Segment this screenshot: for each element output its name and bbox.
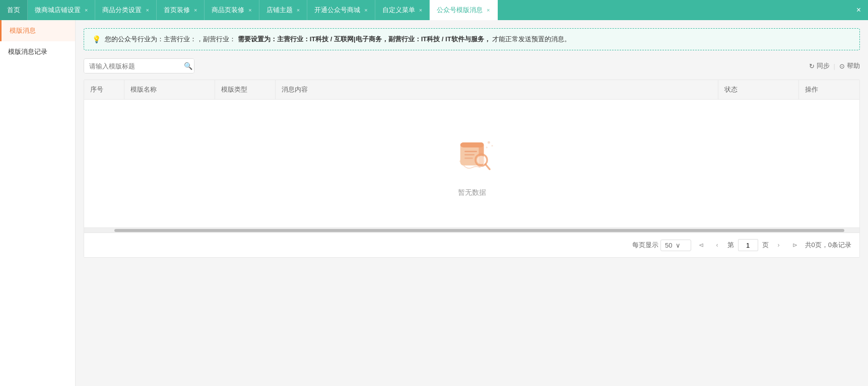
- col-status: 状态: [718, 80, 799, 99]
- page-label: 第: [727, 241, 734, 250]
- scrollbar-thumb[interactable]: [114, 229, 844, 232]
- nav-close-all-button[interactable]: ×: [849, 0, 868, 20]
- bulb-icon: 💡: [92, 35, 101, 43]
- nav-tab-shop-theme[interactable]: 店铺主题 ×: [259, 0, 307, 20]
- nav-tab-shop-settings-label: 微商城店铺设置: [35, 6, 81, 15]
- sidebar-item-template-msg[interactable]: 模版消息: [0, 20, 75, 41]
- nav-tab-home[interactable]: 首页: [0, 0, 28, 20]
- nav-tab-open-mall[interactable]: 开通公众号商城 ×: [307, 0, 375, 20]
- table-container: 序号 模版名称 模版类型 消息内容 状态 操作: [84, 80, 860, 258]
- empty-illustration: [447, 130, 497, 180]
- help-icon: ⊙: [839, 62, 845, 70]
- col-index: 序号: [84, 80, 124, 99]
- pagination: 每页显示 50 ∨ ⊲ ‹ 第 页 › ⊳ 共0页，0条记录: [84, 233, 859, 257]
- search-bar: 🔍 ↻ 同步 | ⊙ 帮助: [84, 58, 860, 73]
- per-page-dropdown[interactable]: 50 ∨: [660, 240, 691, 251]
- nav-tab-homepage-decor[interactable]: 首页装修 ×: [157, 0, 205, 20]
- next-page-button[interactable]: ›: [773, 239, 785, 251]
- nav-tab-category-settings-close[interactable]: ×: [146, 7, 149, 13]
- action-divider: |: [834, 62, 835, 70]
- total-info: 共0页，0条记录: [805, 241, 851, 250]
- sync-button[interactable]: ↻ 同步: [809, 61, 830, 70]
- nav-tab-template-msg-close[interactable]: ×: [487, 7, 490, 13]
- search-input[interactable]: [84, 59, 179, 73]
- sync-icon: ↻: [809, 62, 815, 70]
- svg-point-8: [477, 156, 486, 165]
- chevron-down-icon: ∨: [676, 242, 681, 249]
- nav-tab-custom-menu-close[interactable]: ×: [419, 7, 422, 13]
- col-type: 模版类型: [215, 80, 276, 99]
- sidebar-item-template-msg-log[interactable]: 模版消息记录: [0, 41, 75, 62]
- main-content: 💡 您的公众号行业为：主营行业：，副营行业： 需要设置为：主营行业：IT科技 /…: [76, 20, 868, 386]
- per-page-label: 每页显示: [632, 241, 658, 250]
- search-field-container: 🔍: [84, 58, 194, 73]
- sync-label: 同步: [817, 61, 830, 70]
- help-label: 帮助: [847, 61, 860, 70]
- nav-tab-template-msg[interactable]: 公众号模版消息 ×: [430, 0, 497, 20]
- per-page-selector: 每页显示 50 ∨: [632, 240, 691, 251]
- nav-tab-template-msg-label: 公众号模版消息: [437, 6, 483, 15]
- table-header: 序号 模版名称 模版类型 消息内容 状态 操作: [84, 80, 859, 100]
- horizontal-scrollbar[interactable]: [84, 227, 859, 233]
- nav-tab-shop-theme-label: 店铺主题: [266, 6, 293, 15]
- first-page-button[interactable]: ⊲: [695, 239, 707, 251]
- svg-line-9: [485, 164, 489, 169]
- search-actions: ↻ 同步 | ⊙ 帮助: [809, 61, 860, 70]
- help-button[interactable]: ⊙ 帮助: [839, 61, 860, 70]
- nav-tab-homepage-decor-label: 首页装修: [164, 6, 190, 15]
- empty-state: 暂无数据: [84, 100, 859, 227]
- svg-point-12: [486, 146, 487, 148]
- nav-tab-custom-menu[interactable]: 自定义菜单 ×: [375, 0, 430, 20]
- nav-tab-open-mall-close[interactable]: ×: [364, 7, 367, 13]
- nav-tab-homepage-decor-close[interactable]: ×: [194, 7, 197, 13]
- sidebar: 模版消息 模版消息记录: [0, 20, 76, 386]
- nav-tab-category-settings-label: 商品分类设置: [102, 6, 142, 15]
- col-name: 模版名称: [124, 80, 215, 99]
- nav-tab-home-label: 首页: [7, 6, 20, 15]
- nav-tab-shop-settings-close[interactable]: ×: [85, 7, 88, 13]
- notice-box: 💡 您的公众号行业为：主营行业：，副营行业： 需要设置为：主营行业：IT科技 /…: [84, 28, 860, 50]
- col-content: 消息内容: [276, 80, 718, 99]
- page-unit: 页: [762, 241, 769, 250]
- last-page-button[interactable]: ⊳: [789, 239, 801, 251]
- nav-tab-category-settings[interactable]: 商品分类设置 ×: [95, 0, 156, 20]
- nav-tab-open-mall-label: 开通公众号商城: [314, 6, 360, 15]
- empty-text: 暂无数据: [458, 188, 486, 197]
- nav-tab-shop-theme-close[interactable]: ×: [297, 7, 300, 13]
- prev-page-button[interactable]: ‹: [711, 239, 723, 251]
- nav-tab-product-decor-label: 商品页装修: [212, 6, 244, 15]
- nav-tab-custom-menu-label: 自定义菜单: [382, 6, 415, 15]
- page-number-input[interactable]: [738, 239, 758, 251]
- search-button[interactable]: 🔍: [179, 59, 194, 73]
- nav-tab-product-decor-close[interactable]: ×: [248, 7, 251, 13]
- nav-tab-product-decor[interactable]: 商品页装修 ×: [205, 0, 259, 20]
- col-action: 操作: [799, 80, 859, 99]
- svg-point-11: [491, 145, 493, 146]
- svg-rect-5: [464, 154, 475, 156]
- notice-suffix: 才能正常发送预置的消息。: [492, 35, 571, 43]
- nav-tab-shop-settings[interactable]: 微商城店铺设置 ×: [28, 0, 95, 20]
- svg-point-10: [487, 141, 490, 144]
- main-layout: 模版消息 模版消息记录 💡 您的公众号行业为：主营行业：，副营行业： 需要设置为…: [0, 20, 868, 386]
- top-nav: 首页 微商城店铺设置 × 商品分类设置 × 首页装修 × 商品页装修 × 店铺主…: [0, 0, 868, 20]
- notice-highlight: 需要设置为：主营行业：IT科技 / 互联网|电子商务，副营行业：IT科技 / I…: [238, 35, 491, 43]
- per-page-value: 50: [665, 242, 672, 249]
- svg-rect-6: [464, 158, 473, 159]
- svg-rect-4: [464, 151, 477, 152]
- notice-prefix: 您的公众号行业为：主营行业：，副营行业：: [105, 35, 236, 43]
